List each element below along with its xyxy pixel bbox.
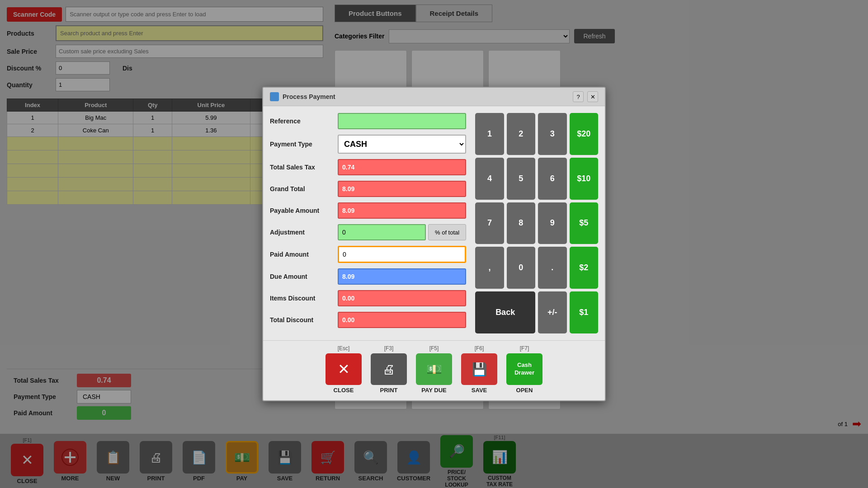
modal-overlay: Process Payment ? ✕ Reference Payment Ty… xyxy=(0,0,868,488)
num-btn-6[interactable]: 6 xyxy=(538,158,566,200)
reference-label: Reference xyxy=(270,117,338,125)
num-btn-back[interactable]: Back xyxy=(475,291,535,333)
footer-save-container: [F6] 💾 SAVE xyxy=(461,345,497,394)
footer-pay-due-label: PAY DUE xyxy=(421,387,446,394)
modal-close-button[interactable]: ✕ xyxy=(587,91,598,102)
items-discount-label: Items Discount xyxy=(270,295,338,302)
footer-save-label: SAVE xyxy=(472,387,487,394)
adjustment-label: Adjustment xyxy=(270,229,338,236)
items-discount-row: Items Discount xyxy=(270,290,466,306)
percent-of-total-button[interactable]: % of total xyxy=(428,224,466,240)
footer-open-label: OPEN xyxy=(516,387,533,394)
num-btn-10[interactable]: $10 xyxy=(570,158,598,200)
num-btn-4[interactable]: 4 xyxy=(475,158,504,200)
items-discount-input xyxy=(338,290,466,306)
num-btn-3[interactable]: 3 xyxy=(538,113,566,155)
grand-total-row: Grand Total xyxy=(270,181,466,197)
numpad: 1 2 3 $20 4 5 6 $10 7 8 9 $5 , 0 . $2 Ba… xyxy=(475,113,598,333)
num-btn-2[interactable]: 2 xyxy=(507,113,535,155)
reference-input[interactable] xyxy=(338,113,466,129)
close-shortcut-label: [Esc] xyxy=(338,345,350,352)
num-btn-1[interactable]: 1 xyxy=(475,113,504,155)
modal-title: Process Payment xyxy=(270,92,335,101)
modal-title-text: Process Payment xyxy=(283,93,335,100)
num-btn-2d[interactable]: $2 xyxy=(570,247,598,289)
payment-type-row: Payment Type CASH xyxy=(270,135,466,154)
num-btn-9[interactable]: 9 xyxy=(538,202,566,244)
due-amount-row: Due Amount xyxy=(270,268,466,285)
num-btn-0[interactable]: 0 xyxy=(507,247,535,289)
footer-pay-due-button[interactable]: 💵 xyxy=(416,353,452,385)
footer-close-container: [Esc] ✕ CLOSE xyxy=(326,345,362,394)
payable-amount-input xyxy=(338,202,466,219)
footer-close-button[interactable]: ✕ xyxy=(326,353,362,385)
footer-pay-due-container: [F5] 💵 PAY DUE xyxy=(416,345,452,394)
num-btn-8[interactable]: 8 xyxy=(507,202,535,244)
num-btn-7[interactable]: 7 xyxy=(475,202,504,244)
due-amount-input xyxy=(338,268,466,285)
modal-controls: ? ✕ xyxy=(573,91,598,102)
num-btn-5[interactable]: 5 xyxy=(507,158,535,200)
grand-total-input xyxy=(338,181,466,197)
modal-body: Reference Payment Type CASH Total Sales … xyxy=(263,106,605,340)
save-shortcut-label: [F6] xyxy=(475,345,484,352)
payable-amount-row: Payable Amount xyxy=(270,202,466,219)
due-amount-label: Due Amount xyxy=(270,273,338,280)
footer-open-container: [F7] CashDrawer OPEN xyxy=(506,345,542,394)
total-sales-tax-input xyxy=(338,159,466,175)
payable-amount-label: Payable Amount xyxy=(270,207,338,214)
adjustment-input-group: % of total xyxy=(338,224,466,240)
footer-print-label: PRINT xyxy=(380,387,398,394)
payment-type-label: Payment Type xyxy=(270,141,338,148)
paid-amount-label: Paid Amount xyxy=(270,251,338,258)
footer-print-button[interactable]: 🖨 xyxy=(371,353,407,385)
adjustment-input[interactable] xyxy=(338,224,426,240)
num-btn-comma[interactable]: , xyxy=(475,247,504,289)
payment-type-select[interactable]: CASH xyxy=(338,135,466,154)
total-discount-row: Total Discount xyxy=(270,312,466,328)
modal-titlebar: Process Payment ? ✕ xyxy=(263,88,605,106)
modal-footer: [Esc] ✕ CLOSE [F3] 🖨 PRINT [F5] 💵 PAY DU… xyxy=(263,340,605,400)
paid-amount-input[interactable] xyxy=(338,246,466,263)
num-btn-1d[interactable]: $1 xyxy=(570,291,598,333)
total-discount-label: Total Discount xyxy=(270,316,338,324)
footer-close-label: CLOSE xyxy=(334,387,354,394)
num-btn-plusminus[interactable]: +/- xyxy=(538,291,566,333)
total-sales-tax-row: Total Sales Tax xyxy=(270,159,466,175)
num-btn-20[interactable]: $20 xyxy=(570,113,598,155)
modal-title-icon xyxy=(270,92,279,101)
modal-help-button[interactable]: ? xyxy=(573,91,584,102)
pay-due-shortcut-label: [F5] xyxy=(429,345,439,352)
print-shortcut-label: [F3] xyxy=(384,345,394,352)
adjustment-row: Adjustment % of total xyxy=(270,224,466,240)
process-payment-modal: Process Payment ? ✕ Reference Payment Ty… xyxy=(262,87,606,401)
total-sales-tax-label: Total Sales Tax xyxy=(270,164,338,171)
total-discount-input xyxy=(338,312,466,328)
payment-form: Reference Payment Type CASH Total Sales … xyxy=(270,113,466,333)
num-btn-dot[interactable]: . xyxy=(538,247,566,289)
num-btn-5d[interactable]: $5 xyxy=(570,202,598,244)
grand-total-label: Grand Total xyxy=(270,185,338,192)
paid-amount-row: Paid Amount xyxy=(270,246,466,263)
reference-row: Reference xyxy=(270,113,466,129)
open-shortcut-label: [F7] xyxy=(520,345,529,352)
footer-save-button[interactable]: 💾 xyxy=(461,353,497,385)
footer-open-button[interactable]: CashDrawer xyxy=(506,353,542,385)
footer-print-container: [F3] 🖨 PRINT xyxy=(371,345,407,394)
